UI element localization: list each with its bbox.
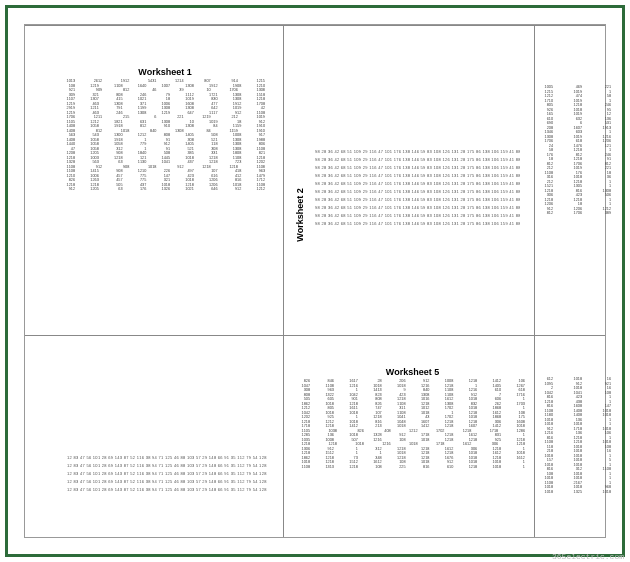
watermark: 365electric.com: [552, 552, 624, 561]
data-line: 98 28 36 42 68 51 109 29 116 47 101 176 …: [315, 181, 520, 186]
data-line: 98 28 36 42 68 51 109 29 116 47 101 176 …: [315, 197, 520, 202]
data-line: 98 28 36 42 68 51 109 29 116 47 101 176 …: [315, 173, 520, 178]
worksheet-6-panel: 6121018161095912921210181610421041108816…: [543, 377, 611, 494]
data-cell: 1218: [348, 465, 358, 470]
worksheet-6-grid: 6121018161095912921210181610421041108816…: [543, 377, 611, 494]
data-cell: 63: [113, 187, 123, 192]
data-row: 101813251018: [543, 490, 611, 495]
worksheet-5-panel: Worksheet 5 8268461617282069121008121814…: [300, 367, 525, 469]
data-cell: 1325: [572, 490, 582, 495]
worksheet-5-grid: 8268461617282069121008121814121061047110…: [300, 379, 525, 469]
data-cell: 610: [443, 465, 453, 470]
worksheet-1-grid: 1013261219125431121480791412151081219110…: [65, 79, 265, 192]
worksheet-5-title: Worksheet 5: [300, 367, 525, 377]
data-cell: 1205: [89, 187, 99, 192]
data-row: 8121706389: [543, 211, 611, 216]
data-line: 12 83 47 56 101 28 69 143 87 52 116 38 9…: [67, 471, 272, 476]
worksheet-3-grid: 1005469221121510191121247458171010191805…: [543, 85, 611, 216]
data-line: 98 28 36 42 68 51 109 29 116 47 101 176 …: [315, 165, 520, 170]
outer-frame: Worksheet 1 1013261219125431121480791412…: [5, 5, 625, 557]
data-cell: 912: [231, 187, 241, 192]
data-line: 12 83 47 56 101 28 69 143 87 52 116 38 9…: [67, 455, 272, 460]
data-cell: 912: [65, 187, 75, 192]
worksheet-4-panel: 12 83 47 56 101 28 69 143 87 52 116 38 9…: [67, 455, 272, 492]
data-line: 98 28 36 42 68 51 109 29 116 47 101 176 …: [315, 149, 520, 154]
worksheet-2-title: Worksheet 2: [295, 188, 305, 241]
worksheet-4-grid: 12 83 47 56 101 28 69 143 87 52 116 38 9…: [67, 455, 272, 492]
data-line: 98 28 36 42 68 51 109 29 116 47 101 176 …: [315, 189, 520, 194]
worksheet-2-grid: 98 28 36 42 68 51 109 29 116 47 101 176 …: [315, 149, 520, 226]
worksheet-1-panel: Worksheet 1 1013261219125431121480791412…: [65, 67, 265, 192]
data-row: 912120563176132610216469121212: [65, 187, 265, 192]
data-cell: 1218: [467, 465, 477, 470]
data-cell: 176: [136, 187, 146, 192]
data-line: 98 28 36 42 68 51 109 29 116 47 101 176 …: [315, 157, 520, 162]
data-cell: 1212: [255, 187, 265, 192]
data-cell: 812: [543, 211, 553, 216]
data-cell: 1108: [300, 465, 310, 470]
data-cell: 1018: [543, 490, 553, 495]
data-cell: 1326: [160, 187, 170, 192]
data-cell: 816: [419, 465, 429, 470]
sheet-container: Worksheet 1 1013261219125431121480791412…: [24, 24, 606, 538]
worksheet-1-title: Worksheet 1: [65, 67, 265, 77]
data-cell: 108: [372, 465, 382, 470]
data-cell: 1021: [184, 187, 194, 192]
data-line: 98 28 36 42 68 51 109 29 116 47 101 176 …: [315, 205, 520, 210]
data-cell: 225: [396, 465, 406, 470]
data-line: 12 83 47 56 101 28 69 143 87 52 116 38 9…: [67, 463, 272, 468]
data-cell: 646: [208, 187, 218, 192]
data-line: 12 83 47 56 101 28 69 143 87 52 116 38 9…: [67, 479, 272, 484]
data-line: 98 28 36 42 68 51 109 29 116 47 101 176 …: [315, 213, 520, 218]
data-line: 12 83 47 56 101 28 69 143 87 52 116 38 9…: [67, 487, 272, 492]
data-cell: 1018: [601, 490, 611, 495]
worksheet-3-panel: 1005469221121510191121247458171010191805…: [543, 85, 611, 216]
worksheet-2-panel: 98 28 36 42 68 51 109 29 116 47 101 176 …: [315, 149, 520, 226]
data-cell: 1313: [324, 465, 334, 470]
data-cell: 1018: [491, 465, 501, 470]
data-cell: 1: [515, 465, 525, 470]
data-line: 98 28 36 42 68 51 109 29 116 47 101 176 …: [315, 221, 520, 226]
data-cell: 389: [601, 211, 611, 216]
data-cell: 1706: [572, 211, 582, 216]
data-row: 110813131218108225816610121810181: [300, 465, 525, 470]
